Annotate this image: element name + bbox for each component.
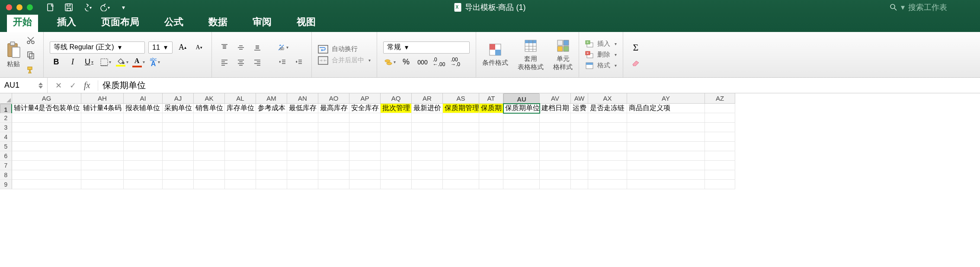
column-header-AX[interactable]: AX [588, 93, 627, 104]
cell-AO7[interactable] [318, 161, 349, 170]
cell-AG8[interactable] [12, 170, 81, 180]
cell-AY6[interactable] [627, 151, 705, 161]
cell-AT3[interactable] [479, 123, 503, 132]
cell-AX7[interactable] [588, 161, 627, 170]
cell-AI4[interactable] [124, 132, 163, 142]
font-color-button[interactable]: A▾ [132, 56, 145, 68]
column-header-AY[interactable]: AY [627, 93, 705, 104]
cell-AY2[interactable] [627, 113, 705, 123]
merge-center-button[interactable]: 合并后居中▾ [318, 56, 371, 65]
cell-AQ4[interactable] [381, 132, 412, 142]
row-header-6[interactable]: 6 [0, 151, 12, 161]
cell-AX9[interactable] [588, 180, 627, 189]
cell-AW9[interactable] [571, 180, 588, 189]
cell-AK9[interactable] [194, 180, 225, 189]
save-button[interactable] [64, 3, 74, 12]
cell-AZ6[interactable] [705, 151, 735, 161]
cell-AH7[interactable] [81, 161, 124, 170]
row-header-5[interactable]: 5 [0, 142, 12, 151]
cell-AG6[interactable] [12, 151, 81, 161]
cell-AX1[interactable]: 是否走冻链 [588, 104, 627, 113]
increase-font-button[interactable]: A▴ [176, 41, 189, 54]
cell-AZ7[interactable] [705, 161, 735, 170]
currency-button[interactable]: ▾ [383, 56, 396, 68]
cell-AG9[interactable] [12, 180, 81, 189]
cell-AU7[interactable] [503, 161, 540, 170]
cell-AN1[interactable]: 最低库存 [287, 104, 318, 113]
cell-AN3[interactable] [287, 123, 318, 132]
cell-AW7[interactable] [571, 161, 588, 170]
cell-AP1[interactable]: 安全库存 [349, 104, 381, 113]
formula-input[interactable] [98, 80, 980, 90]
cell-AO6[interactable] [318, 151, 349, 161]
column-header-AK[interactable]: AK [194, 93, 225, 104]
cell-AS4[interactable] [443, 132, 479, 142]
tab-0[interactable]: 开始 [7, 13, 38, 32]
align-right-button[interactable] [251, 56, 264, 68]
cell-AN5[interactable] [287, 142, 318, 151]
cell-AI3[interactable] [124, 123, 163, 132]
delete-cells-button[interactable]: ×删除▾ [585, 51, 617, 59]
cell-AS2[interactable] [443, 113, 479, 123]
cell-AV3[interactable] [540, 123, 571, 132]
name-box[interactable]: AU1 [0, 78, 48, 93]
cell-AY7[interactable] [627, 161, 705, 170]
cell-AO3[interactable] [318, 123, 349, 132]
cell-AU3[interactable] [503, 123, 540, 132]
cell-AN4[interactable] [287, 132, 318, 142]
cell-AX3[interactable] [588, 123, 627, 132]
cell-AQ5[interactable] [381, 142, 412, 151]
cell-AO5[interactable] [318, 142, 349, 151]
cell-AM6[interactable] [256, 151, 287, 161]
cell-AI5[interactable] [124, 142, 163, 151]
cell-AX5[interactable] [588, 142, 627, 151]
cell-AT9[interactable] [479, 180, 503, 189]
cell-AX6[interactable] [588, 151, 627, 161]
cell-AY9[interactable] [627, 180, 705, 189]
cell-AJ7[interactable] [163, 161, 194, 170]
wrap-text-button[interactable]: 自动换行 [318, 45, 371, 54]
cell-AQ9[interactable] [381, 180, 412, 189]
cell-AQ8[interactable] [381, 170, 412, 180]
cell-AI2[interactable] [124, 113, 163, 123]
cell-AL9[interactable] [225, 180, 256, 189]
cell-AM9[interactable] [256, 180, 287, 189]
cell-AZ9[interactable] [705, 180, 735, 189]
cell-AQ7[interactable] [381, 161, 412, 170]
tab-2[interactable]: 页面布局 [95, 13, 145, 32]
tab-1[interactable]: 插入 [51, 13, 82, 32]
cell-AU6[interactable] [503, 151, 540, 161]
cell-AI8[interactable] [124, 170, 163, 180]
cell-AW4[interactable] [571, 132, 588, 142]
cell-AP3[interactable] [349, 123, 381, 132]
cell-AQ3[interactable] [381, 123, 412, 132]
column-header-AW[interactable]: AW [571, 93, 588, 104]
decrease-font-button[interactable]: A▾ [192, 41, 205, 54]
clear-button[interactable] [629, 56, 642, 68]
cell-AY5[interactable] [627, 142, 705, 151]
cell-AP4[interactable] [349, 132, 381, 142]
cell-AZ4[interactable] [705, 132, 735, 142]
format-painter-button[interactable] [24, 64, 37, 76]
cell-AK8[interactable] [194, 170, 225, 180]
column-header-AV[interactable]: AV [540, 93, 571, 104]
font-name-select[interactable]: 等线 Regular (正文)▾ [50, 41, 145, 54]
cancel-formula-button[interactable]: ✕ [55, 81, 62, 90]
cell-AR4[interactable] [412, 132, 443, 142]
column-header-AM[interactable]: AM [256, 93, 287, 104]
cell-AV4[interactable] [540, 132, 571, 142]
column-header-AI[interactable]: AI [124, 93, 163, 104]
cell-AV8[interactable] [540, 170, 571, 180]
cell-AV2[interactable] [540, 113, 571, 123]
cell-AW5[interactable] [571, 142, 588, 151]
cell-AG7[interactable] [12, 161, 81, 170]
cell-AZ5[interactable] [705, 142, 735, 151]
cell-AZ8[interactable] [705, 170, 735, 180]
cell-AT2[interactable] [479, 113, 503, 123]
cell-AR6[interactable] [412, 151, 443, 161]
column-header-AR[interactable]: AR [412, 93, 443, 104]
copy-button[interactable] [24, 49, 37, 61]
cell-AH2[interactable] [81, 113, 124, 123]
conditional-format-button[interactable]: 条件格式 [482, 42, 508, 67]
cell-AY3[interactable] [627, 123, 705, 132]
